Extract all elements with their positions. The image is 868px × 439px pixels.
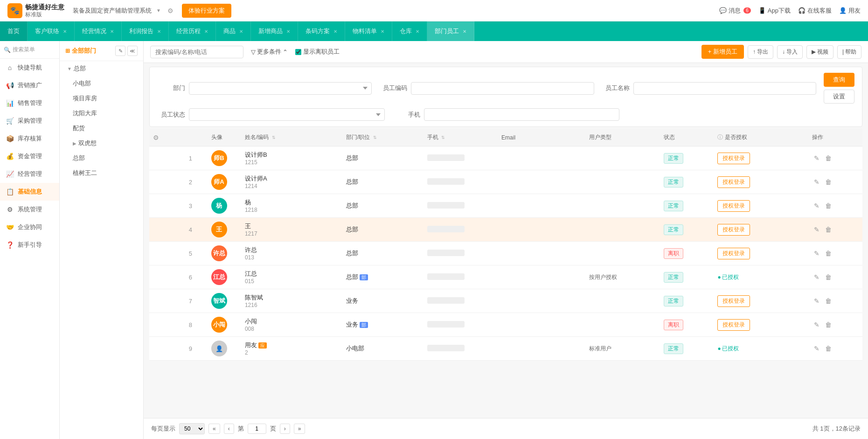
- tab-home[interactable]: 首页: [0, 21, 28, 41]
- show-resigned-label[interactable]: 显示离职员工: [295, 48, 340, 56]
- prev-page-btn[interactable]: ‹: [224, 424, 234, 434]
- sidebar-item-purchase[interactable]: 🛒 采购管理: [0, 112, 59, 130]
- export-button[interactable]: ↑ 导出: [748, 45, 773, 59]
- delete-btn[interactable]: 🗑: [823, 201, 833, 210]
- tab-warehouse[interactable]: 仓库 ✕: [392, 21, 427, 41]
- emp-code-input[interactable]: [411, 82, 594, 95]
- sidebar-item-finance[interactable]: 💰 资金管理: [0, 147, 59, 165]
- edit-btn[interactable]: ✎: [812, 344, 821, 353]
- page-size-select[interactable]: 50 100 200: [179, 423, 205, 434]
- tab-history[interactable]: 经营历程 ✕: [169, 21, 216, 41]
- dept-collapse-btn[interactable]: ≪: [127, 46, 138, 56]
- import-button[interactable]: ↓ 导入: [777, 45, 803, 59]
- phone-input[interactable]: [424, 108, 620, 121]
- delete-btn[interactable]: 🗑: [823, 249, 833, 258]
- sidebar-item-system[interactable]: ⚙ 系统管理: [0, 201, 59, 218]
- next-page-btn[interactable]: ›: [280, 424, 290, 434]
- auth-login-btn[interactable]: 授权登录: [717, 295, 750, 307]
- tab-close-icon[interactable]: ✕: [381, 29, 384, 34]
- app-download-item[interactable]: 📱 App下载: [758, 7, 791, 15]
- auth-login-btn[interactable]: 授权登录: [717, 319, 750, 331]
- col-settings-icon[interactable]: ⚙: [153, 134, 159, 141]
- tab-close-icon[interactable]: ✕: [204, 29, 208, 34]
- col-dept-position[interactable]: 部门/职位 ⇅: [342, 129, 424, 146]
- sort-icon[interactable]: ⇅: [272, 135, 276, 140]
- tab-add-goods[interactable]: 新增商品 ✕: [251, 21, 298, 41]
- search-input[interactable]: [150, 46, 243, 58]
- tab-close-icon[interactable]: ✕: [239, 29, 243, 34]
- help-button[interactable]: | 帮助: [837, 45, 861, 59]
- tab-operations[interactable]: 经营情况 ✕: [75, 21, 122, 41]
- emp-name-input[interactable]: [633, 82, 816, 95]
- tab-customer[interactable]: 客户联络 ✕: [28, 21, 75, 41]
- col-phone[interactable]: 手机 ⇅: [424, 129, 498, 146]
- tab-close-icon[interactable]: ✕: [416, 29, 419, 34]
- sidebar-item-basic-info[interactable]: 📋 基础信息: [0, 183, 59, 201]
- dept-node-small-electric[interactable]: 小电部: [60, 76, 143, 91]
- sort-icon[interactable]: ⇅: [373, 135, 377, 140]
- tab-close-icon[interactable]: ✕: [157, 29, 161, 34]
- sidebar-item-inventory[interactable]: 📦 库存核算: [0, 130, 59, 147]
- add-employee-button[interactable]: + 新增员工: [701, 45, 744, 59]
- dept-node-project-warehouse[interactable]: 项目库房: [60, 91, 143, 106]
- auth-login-btn[interactable]: 授权登录: [717, 200, 750, 212]
- sidebar-search[interactable]: 🔍 搜索菜单: [0, 41, 59, 59]
- sidebar-item-collab[interactable]: 🤝 企业协同: [0, 218, 59, 236]
- emp-status-select[interactable]: [189, 108, 385, 121]
- delete-btn[interactable]: 🗑: [823, 320, 833, 329]
- dept-node-plant-king[interactable]: 植树王二: [60, 166, 143, 181]
- auth-login-btn[interactable]: 授权登录: [717, 248, 750, 259]
- auth-login-btn[interactable]: 授权登录: [717, 224, 750, 236]
- dept-edit-btn[interactable]: ✎: [115, 46, 125, 56]
- sidebar-item-quick-nav[interactable]: ⌂ 快捷导航: [0, 59, 59, 77]
- delete-btn[interactable]: 🗑: [823, 225, 833, 234]
- auth-login-btn[interactable]: 授权登录: [717, 176, 750, 188]
- trial-button[interactable]: 体验行业方案: [182, 4, 231, 18]
- tab-close-icon[interactable]: ✕: [110, 29, 114, 34]
- tab-department[interactable]: 部门员工 ✕: [427, 21, 474, 41]
- last-page-btn[interactable]: »: [294, 424, 306, 434]
- dept-node-hq[interactable]: 总部: [60, 151, 143, 166]
- auth-login-btn[interactable]: 授权登录: [717, 153, 750, 164]
- delete-btn[interactable]: 🗑: [823, 177, 833, 187]
- dept-node-headquarters-root[interactable]: ▼ 总部: [60, 61, 143, 76]
- col-settings[interactable]: ⚙: [149, 129, 174, 146]
- online-service-item[interactable]: 🎧 在线客服: [798, 7, 832, 15]
- edit-btn[interactable]: ✎: [812, 272, 821, 282]
- set-button[interactable]: 设置: [824, 90, 854, 104]
- show-resigned-checkbox[interactable]: [295, 49, 301, 55]
- edit-btn[interactable]: ✎: [812, 201, 821, 210]
- delete-btn[interactable]: 🗑: [823, 153, 833, 163]
- edit-btn[interactable]: ✎: [812, 153, 821, 163]
- edit-btn[interactable]: ✎: [812, 225, 821, 234]
- delete-btn[interactable]: 🗑: [823, 344, 833, 353]
- first-page-btn[interactable]: «: [208, 424, 220, 434]
- delete-btn[interactable]: 🗑: [823, 272, 833, 282]
- tab-close-icon[interactable]: ✕: [333, 29, 337, 34]
- dept-node-shuanghu[interactable]: ▶ 双虎想: [60, 136, 143, 151]
- tab-close-icon[interactable]: ✕: [63, 29, 67, 34]
- query-button[interactable]: 查询: [824, 73, 854, 87]
- delete-btn[interactable]: 🗑: [823, 296, 833, 306]
- sort-icon[interactable]: ⇅: [441, 135, 445, 140]
- message-item[interactable]: 💬 消息 6: [719, 7, 751, 15]
- tab-goods[interactable]: 商品 ✕: [216, 21, 251, 41]
- tab-close-icon[interactable]: ✕: [286, 29, 290, 34]
- edit-btn[interactable]: ✎: [812, 296, 821, 306]
- page-number-input[interactable]: [248, 424, 266, 434]
- tab-close-icon[interactable]: ✕: [463, 29, 466, 34]
- tab-profit[interactable]: 利润报告 ✕: [122, 21, 169, 41]
- sidebar-item-sales[interactable]: 📊 销售管理: [0, 94, 59, 112]
- edit-btn[interactable]: ✎: [812, 249, 821, 258]
- edit-btn[interactable]: ✎: [812, 320, 821, 329]
- edit-btn[interactable]: ✎: [812, 177, 821, 187]
- sidebar-item-operations[interactable]: 📈 经营管理: [0, 165, 59, 183]
- settings-icon[interactable]: ⚙: [167, 7, 174, 14]
- tab-bom[interactable]: 物料清单 ✕: [345, 21, 392, 41]
- dept-node-shenyang[interactable]: 沈阳大库: [60, 106, 143, 121]
- dept-node-distribution[interactable]: 配货: [60, 121, 143, 136]
- user-item[interactable]: 👤 用友: [839, 7, 861, 15]
- sidebar-item-guide[interactable]: ❓ 新手引导: [0, 236, 59, 254]
- tab-barcode[interactable]: 条码方案 ✕: [298, 21, 345, 41]
- col-name-code[interactable]: 姓名/编码 ⇅: [241, 129, 342, 146]
